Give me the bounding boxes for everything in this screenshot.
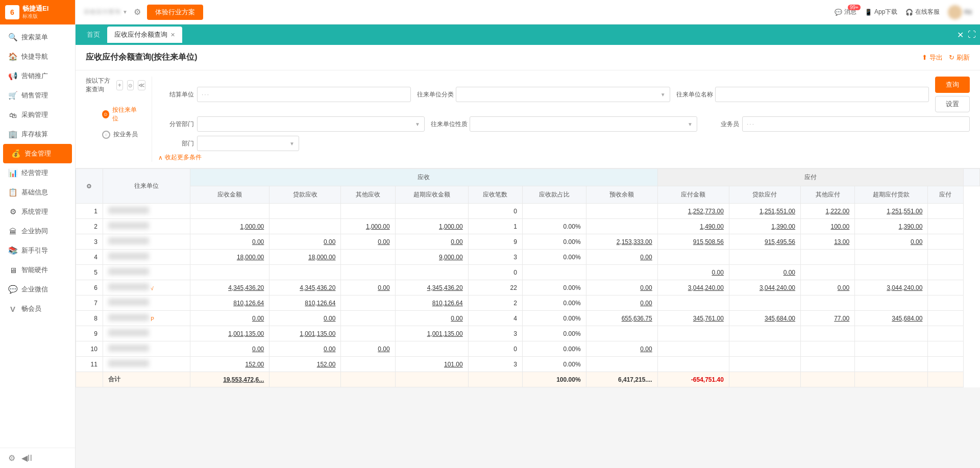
cell-ap_other[interactable]: 77.00 — [801, 311, 855, 326]
cell-ar_amount[interactable]: 810,126.64 — [190, 295, 270, 311]
partner-name-input[interactable] — [715, 87, 929, 102]
cell-ap_other[interactable]: 0.00 — [801, 280, 855, 295]
table-settings-icon[interactable]: ⚙ — [76, 169, 103, 204]
cell-ap_amount[interactable]: 3,044,240.00 — [657, 280, 729, 295]
user-item[interactable]: Rit — [948, 5, 972, 19]
sub-nav-by-partner[interactable]: ⊙ 按往来单位 — [96, 102, 145, 127]
cell-ap_amount[interactable]: 345,761.00 — [657, 311, 729, 326]
sidebar-item-wechat[interactable]: 💬 企业微信 — [0, 280, 75, 299]
cell-prepay[interactable]: 0.00 — [586, 280, 657, 295]
cell-ar_amount[interactable]: 0.00 — [190, 234, 270, 250]
dept-input[interactable]: ▼ — [197, 116, 425, 132]
partner-type-input[interactable]: ▼ — [456, 87, 670, 102]
tab-close-icon[interactable]: ✕ — [170, 32, 175, 38]
collapse-conditions-btn[interactable]: ∧ 收起更多条件 — [158, 153, 970, 162]
settings-footer-icon[interactable]: ⚙ — [8, 453, 15, 463]
cell-ap_amount[interactable]: 1,490.00 — [657, 219, 729, 234]
cell-ar_other[interactable]: 0.00 — [341, 341, 395, 357]
cell-ar_overdue[interactable]: 810,126.64 — [395, 295, 468, 311]
topbar-gear-icon[interactable]: ⚙ — [134, 7, 141, 17]
cell-ar_overdue[interactable]: 101.00 — [395, 357, 468, 372]
cell-ar_overdue[interactable]: 0.00 — [395, 311, 468, 326]
collapse-sidebar-icon[interactable]: ◀II — [21, 453, 32, 463]
cell-ap_amount[interactable]: 0.00 — [657, 265, 729, 280]
cell-ar_overdue[interactable]: 1,001,135.00 — [395, 326, 468, 341]
cell-prepay[interactable]: 655,636.75 — [586, 311, 657, 326]
close-window-icon[interactable]: ✕ — [957, 30, 964, 40]
filter-edit-btn[interactable]: ⊙ — [127, 80, 134, 90]
salesperson-input[interactable]: ··· — [742, 116, 970, 132]
cell-ar_amount[interactable]: 1,000.00 — [190, 219, 270, 234]
dept2-input[interactable]: ▼ — [197, 136, 299, 151]
sidebar-item-finance[interactable]: 💰 资金管理 — [3, 144, 72, 163]
cell-ap_overdue[interactable]: 0.00 — [855, 234, 928, 250]
cell-ap_other[interactable]: 13.00 — [801, 234, 855, 250]
cell-ar_overdue[interactable]: 9,000.00 — [395, 250, 468, 265]
cell-ar_loan[interactable]: 0.00 — [270, 234, 341, 250]
sidebar-item-purchase[interactable]: 🛍 采购管理 — [0, 105, 75, 125]
sidebar-item-search-menu[interactable]: 🔍 搜索菜单 — [0, 28, 75, 47]
cell-ap_overdue[interactable]: 345,684.00 — [855, 311, 928, 326]
settlement-input[interactable]: ··· — [197, 87, 411, 102]
filter-collapse-btn[interactable]: ≪ — [138, 80, 145, 90]
query-button[interactable]: 查询 — [935, 77, 970, 93]
sidebar-item-member[interactable]: V 畅会员 — [0, 299, 75, 318]
cell-ap_other[interactable]: 100.00 — [801, 219, 855, 234]
cell-ap_overdue[interactable]: 3,044,240.00 — [855, 280, 928, 295]
tab-home[interactable]: 首页 — [80, 27, 107, 43]
filter-add-btn[interactable]: + — [116, 80, 123, 90]
cell-ar_amount[interactable]: 152.00 — [190, 357, 270, 372]
cell-ap_other[interactable]: 1,222.00 — [801, 204, 855, 219]
sidebar-item-guide[interactable]: 📚 新手引导 — [0, 241, 75, 260]
partner-nature-input[interactable]: ▼ — [470, 116, 697, 132]
cell-ap_loan[interactable]: 1,251,551.00 — [729, 204, 800, 219]
promo-button[interactable]: 体验行业方案 — [147, 5, 203, 20]
cell-prepay[interactable]: 0.00 — [586, 250, 657, 265]
settings-button[interactable]: 设置 — [935, 96, 970, 112]
cell-ar_loan[interactable]: 1,001,135.00 — [270, 326, 341, 341]
sidebar-item-marketing[interactable]: 📢 营销推广 — [0, 66, 75, 86]
cell-ar_amount[interactable]: 0.00 — [190, 311, 270, 326]
cell-ar_overdue[interactable]: 4,345,436.20 — [395, 280, 468, 295]
sidebar-item-inventory[interactable]: 🏢 库存核算 — [0, 125, 75, 144]
cell-ar_loan[interactable]: 152.00 — [270, 357, 341, 372]
sidebar-item-operations[interactable]: 📊 经营管理 — [0, 163, 75, 183]
sidebar-item-system[interactable]: ⚙ 系统管理 — [0, 202, 75, 221]
cell-ar_overdue[interactable]: 0.00 — [395, 234, 468, 250]
cell-ar_amount[interactable]: 1,001,135.00 — [190, 326, 270, 341]
cell-ap_loan[interactable]: 0.00 — [729, 265, 800, 280]
sidebar-item-quick-nav[interactable]: 🏠 快捷导航 — [0, 47, 75, 66]
tab-ar-ap[interactable]: 应收应付余额查询 ✕ — [107, 27, 182, 43]
cell-ar_amount[interactable]: 4,345,436.20 — [190, 280, 270, 295]
cell-ap_amount[interactable]: 915,508.56 — [657, 234, 729, 250]
expand-icon[interactable]: ⛶ — [968, 30, 976, 39]
cell-ap_loan[interactable]: 3,044,240.00 — [729, 280, 800, 295]
cell-prepay[interactable]: 0.00 — [586, 295, 657, 311]
cell-ar_other[interactable]: 0.00 — [341, 280, 395, 295]
cell-prepay[interactable]: 0.00 — [586, 341, 657, 357]
cell-ar_amount[interactable]: 0.00 — [190, 341, 270, 357]
sidebar-item-enterprise[interactable]: 🏛 企业协同 — [0, 221, 75, 241]
cell-ar_loan[interactable]: 4,345,436.20 — [270, 280, 341, 295]
cell-ar_loan[interactable]: 810,126.64 — [270, 295, 341, 311]
cell-prepay[interactable]: 2,153,333.00 — [586, 234, 657, 250]
sidebar-item-hardware[interactable]: 🖥 智能硬件 — [0, 260, 75, 280]
cell-ar_overdue[interactable]: 1,000.00 — [395, 219, 468, 234]
cell-ar_loan[interactable]: 18,000.00 — [270, 250, 341, 265]
cell-ap_overdue[interactable]: 1,390.00 — [855, 219, 928, 234]
refresh-button[interactable]: ↻ 刷新 — [949, 53, 970, 62]
footer-ar-amount[interactable]: 19,553,472,6... — [190, 372, 270, 387]
sub-nav-by-salesperson[interactable]: ○ 按业务员 — [96, 127, 145, 142]
cell-ar_amount[interactable]: 18,000.00 — [190, 250, 270, 265]
cell-ar_loan[interactable]: 0.00 — [270, 311, 341, 326]
cell-ap_loan[interactable]: 1,390.00 — [729, 219, 800, 234]
sidebar-item-sales[interactable]: 🛒 销售管理 — [0, 86, 75, 105]
cell-ar_other[interactable]: 1,000.00 — [341, 219, 395, 234]
sidebar-item-basic-info[interactable]: 📋 基础信息 — [0, 183, 75, 202]
cell-ap_loan[interactable]: 915,495.56 — [729, 234, 800, 250]
cell-ar_other[interactable]: 0.00 — [341, 234, 395, 250]
app-download-item[interactable]: 📱 App下载 — [865, 8, 897, 16]
export-button[interactable]: ⬆ 导出 — [922, 53, 943, 62]
online-service-item[interactable]: 🎧 在线客服 — [905, 8, 940, 16]
cell-ar_loan[interactable]: 0.00 — [270, 341, 341, 357]
